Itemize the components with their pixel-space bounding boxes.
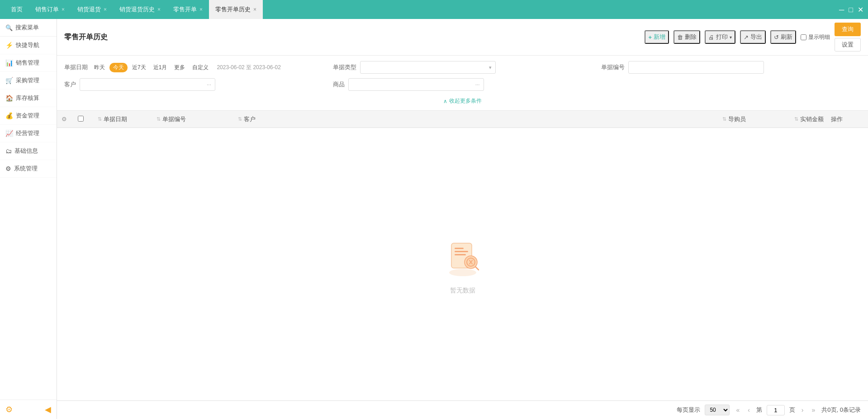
sidebar-item-operations[interactable]: 📈 经营管理 (0, 125, 57, 142)
tab-sales-return-history[interactable]: 销货退货历史 × (113, 0, 167, 19)
tab-sales-return-close[interactable]: × (104, 6, 107, 13)
refresh-label: 刷新 (781, 33, 792, 41)
tab-retail-history[interactable]: 零售开单历史 × (209, 0, 263, 19)
sidebar-item-operations-label: 经营管理 (16, 129, 39, 137)
search-icon: 🔍 (5, 24, 13, 31)
sidebar-item-finance[interactable]: 💰 资金管理 (0, 107, 57, 125)
svg-rect-2 (455, 248, 464, 249)
per-page-label: 每页显示 (677, 406, 700, 414)
toolbar-actions: + 新增 🗑 删除 🖨 打印 ▾ ↗ 导出 ↺ 刷新 (645, 23, 861, 52)
tab-sales-return-history-close[interactable]: × (157, 6, 161, 13)
close-button[interactable]: ✕ (858, 5, 863, 14)
tab-home-label: 首页 (11, 5, 23, 14)
date-btn-yesterday[interactable]: 昨天 (91, 63, 108, 72)
tab-retail-open[interactable]: 零售开单 × (167, 0, 209, 19)
collapse-button[interactable]: ∧ 收起更多条件 (443, 97, 482, 105)
settings-bottom-icon[interactable]: ⚙ (5, 405, 13, 414)
goods-label: 商品 (333, 80, 345, 89)
goods-select[interactable]: ··· (348, 78, 484, 91)
th-customer-label: 客户 (244, 115, 256, 123)
add-button[interactable]: + 新增 (645, 30, 669, 44)
sidebar-item-base-info-label: 基础信息 (14, 147, 38, 155)
table-settings-icon[interactable]: ⚙ (62, 116, 78, 122)
first-page-button[interactable]: « (734, 405, 741, 414)
th-date-sort-icon: ⇅ (98, 116, 102, 122)
prev-page-button[interactable]: ‹ (746, 405, 752, 414)
select-all-checkbox[interactable] (78, 116, 84, 122)
order-num-label: 单据编号 (601, 63, 625, 71)
last-page-button[interactable]: » (810, 405, 817, 414)
export-button[interactable]: ↗ 导出 (740, 30, 766, 44)
collapse-row: ∧ 收起更多条件 (64, 95, 861, 105)
empty-state: 暂无数据 (57, 128, 868, 400)
customer-select-dots: ··· (207, 81, 211, 88)
date-btn-last7[interactable]: 近7天 (129, 63, 149, 72)
min-button[interactable]: ─ (839, 5, 844, 14)
delete-label: 删除 (685, 33, 697, 41)
pagination: 每页显示 50 10 20 100 « ‹ 第 页 › » 共0页, 0条记录 (57, 400, 868, 419)
sidebar-item-sys-mgmt[interactable]: ⚙ 系统管理 (0, 160, 57, 178)
tab-sales-order-close[interactable]: × (62, 6, 65, 13)
date-btn-today[interactable]: 今天 (109, 63, 128, 72)
display-detail-checkbox[interactable]: 显示明细 (801, 33, 830, 41)
collapse-label: 收起更多条件 (449, 97, 482, 105)
window-controls: ─ □ ✕ (839, 5, 863, 14)
toolbar: 零售开单历史 + 新增 🗑 删除 🖨 打印 ▾ ↗ 导出 ↺ (57, 19, 868, 56)
max-button[interactable]: □ (849, 5, 853, 14)
content-area: 零售开单历史 + 新增 🗑 删除 🖨 打印 ▾ ↗ 导出 ↺ (57, 19, 868, 419)
order-num-input[interactable] (628, 61, 764, 74)
finance-icon: 💰 (5, 112, 13, 119)
svg-point-0 (449, 269, 476, 276)
type-select[interactable]: ▾ (360, 61, 496, 74)
operations-icon: 📈 (5, 130, 13, 137)
filter-row-2: 客户 ··· 商品 ··· (64, 78, 861, 91)
filter-row-1: 单据日期 昨天 今天 近7天 近1月 更多 自定义 2023-06-02 至 2… (64, 61, 861, 74)
sidebar-item-purchase[interactable]: 🛒 采购管理 (0, 72, 57, 89)
tab-retail-history-label: 零售开单历史 (215, 5, 251, 14)
th-amount[interactable]: ⇅ 实销金额 (773, 115, 827, 123)
date-btn-last-month[interactable]: 近1月 (151, 63, 170, 72)
th-date[interactable]: ⇅ 单据日期 (94, 115, 153, 123)
next-page-button[interactable]: › (800, 405, 806, 414)
th-guide-label: 导购员 (728, 115, 746, 123)
customer-select[interactable]: ··· (80, 78, 215, 91)
date-btn-custom[interactable]: 自定义 (190, 63, 211, 72)
type-select-arrow: ▾ (489, 65, 492, 71)
tab-home[interactable]: 首页 (5, 0, 29, 19)
tab-retail-open-close[interactable]: × (199, 6, 203, 13)
sidebar-search[interactable]: 🔍 搜索菜单 (0, 19, 57, 37)
tab-sales-return-history-label: 销货退货历史 (119, 5, 155, 14)
th-num-sort-icon: ⇅ (157, 116, 161, 122)
tab-retail-history-close[interactable]: × (253, 6, 256, 13)
sidebar: 🔍 搜索菜单 ⚡ 快捷导航 📊 销售管理 🛒 采购管理 🏠 库存核算 💰 资金管… (0, 19, 57, 419)
customer-label: 客户 (64, 80, 76, 89)
th-customer[interactable]: ⇅ 客户 (234, 115, 719, 123)
collapse-sidebar-icon[interactable]: ◀ (45, 405, 51, 414)
add-icon: + (648, 34, 652, 41)
th-guide[interactable]: ⇅ 导购员 (719, 115, 773, 123)
sidebar-item-sales[interactable]: 📊 销售管理 (0, 54, 57, 72)
date-range-display: 2023-06-02 至 2023-06-02 (217, 64, 280, 71)
print-icon: 🖨 (708, 34, 714, 41)
date-buttons: 昨天 今天 近7天 近1月 更多 自定义 (91, 63, 211, 72)
table-checkbox-all[interactable] (78, 116, 94, 123)
purchase-icon: 🛒 (5, 77, 13, 84)
refresh-button[interactable]: ↺ 刷新 (770, 30, 796, 44)
table-header: ⚙ ⇅ 单据日期 ⇅ 单据编号 ⇅ 客户 ⇅ 导购员 (57, 111, 868, 128)
date-btn-more[interactable]: 更多 (171, 63, 188, 72)
print-label: 打印 (716, 33, 728, 41)
sidebar-item-base-info[interactable]: 🗂 基础信息 (0, 142, 57, 160)
print-dropdown-icon: ▾ (730, 35, 732, 40)
tab-sales-return[interactable]: 销货退货 × (71, 0, 113, 19)
settings-button[interactable]: 设置 (835, 38, 861, 52)
display-detail-input[interactable] (801, 34, 806, 40)
sidebar-item-quick-nav[interactable]: ⚡ 快捷导航 (0, 37, 57, 54)
query-button[interactable]: 查询 (835, 23, 861, 36)
page-input[interactable] (767, 405, 785, 415)
sidebar-item-inventory[interactable]: 🏠 库存核算 (0, 89, 57, 107)
print-button[interactable]: 🖨 打印 ▾ (705, 30, 735, 44)
th-num[interactable]: ⇅ 单据编号 (153, 115, 234, 123)
delete-button[interactable]: 🗑 删除 (674, 30, 700, 44)
per-page-select[interactable]: 50 10 20 100 (705, 405, 730, 415)
tab-sales-order[interactable]: 销售订单 × (29, 0, 71, 19)
